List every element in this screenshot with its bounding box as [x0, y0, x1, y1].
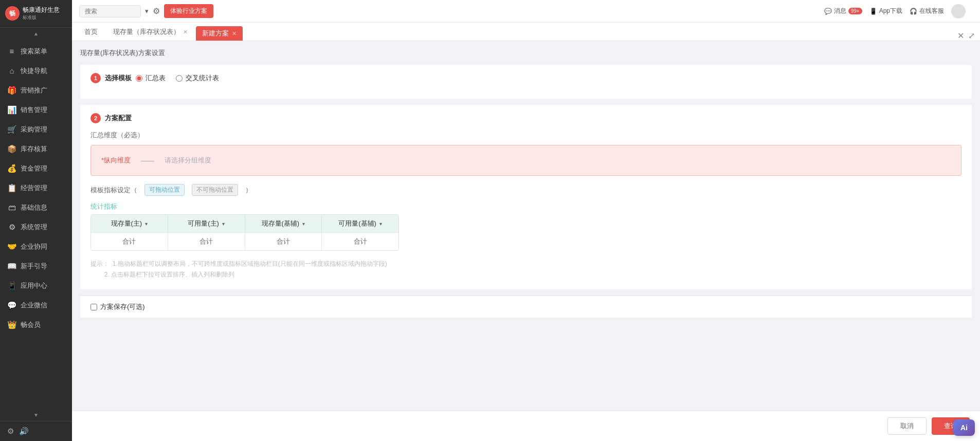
scroll-up-arrow[interactable]: ▲	[29, 30, 43, 38]
tab-new-plan-label: 新建方案	[202, 29, 229, 38]
tabs-right-actions: ✕ ⤢	[957, 31, 975, 41]
sidebar-item-wechat[interactable]: 💬 企业微信	[0, 296, 72, 315]
col-header-3[interactable]: 可用量(基辅) ▾	[322, 215, 398, 232]
messages-label: 消息	[834, 7, 846, 15]
settings-icon[interactable]: ⚙	[7, 427, 14, 436]
sidebar-item-inventory[interactable]: 📦 库存核算	[0, 139, 72, 159]
sidebar-item-appstore[interactable]: 📱 应用中心	[0, 276, 72, 296]
sidebar-item-collab[interactable]: 🤝 企业协同	[0, 237, 72, 256]
col-sub-1: 合计	[168, 233, 245, 250]
col-header-1[interactable]: 可用量(主) ▾	[168, 215, 245, 232]
step1-title: 选择模板	[105, 74, 132, 83]
content-area: 现存量(库存状况表)方案设置 1 选择模板 汇总表 交叉统计表	[72, 41, 980, 411]
tab-new-plan[interactable]: 新建方案 ✕	[196, 26, 243, 41]
tab-expand-btn[interactable]: ⤢	[968, 31, 975, 41]
cancel-button[interactable]: 取消	[887, 417, 927, 435]
message-icon: 💬	[824, 8, 832, 15]
sidebar-item-purchase[interactable]: 🛒 采购管理	[0, 120, 72, 139]
tab-close-btn[interactable]: ✕	[957, 31, 964, 41]
tab-new-plan-close-icon[interactable]: ✕	[232, 30, 237, 37]
avatar[interactable]	[951, 4, 966, 19]
dimension-area[interactable]: *纵向维度 —— 请选择分组维度	[90, 145, 961, 176]
page-title: 现存量(库存状况表)方案设置	[80, 48, 972, 58]
stats-title: 统计指标	[90, 202, 961, 211]
non-draggable-badge: 不可拖动位置	[192, 184, 238, 196]
stats-table: 现存量(主) ▾ 可用量(主) ▾ 现存量(基辅) ▾ 可用量(基辅)	[90, 214, 399, 251]
col-sub-2: 合计	[245, 233, 322, 250]
radio-summary[interactable]: 汇总表	[136, 74, 166, 83]
sidebar-item-label: 企业协同	[21, 242, 47, 251]
online-service-button[interactable]: 🎧 在线客服	[910, 7, 944, 15]
save-checkbox-input[interactable]	[90, 304, 97, 310]
col-sub-3: 合计	[322, 233, 398, 250]
template-options: 汇总表 交叉统计表	[136, 74, 219, 83]
radio-cross-input[interactable]	[176, 75, 183, 82]
sidebar-item-nav[interactable]: ⌂ 快捷导航	[0, 61, 72, 81]
step2-badge: 2	[90, 113, 101, 123]
sidebar-scroll-up[interactable]: ▲	[0, 28, 72, 40]
tab-home[interactable]: 首页	[77, 24, 105, 41]
wechat-icon: 💬	[7, 301, 16, 310]
sidebar-item-label: 畅会员	[21, 320, 41, 329]
collab-icon: 🤝	[7, 242, 16, 251]
indicator-settings-label: 模板指标设定（	[90, 186, 137, 195]
search-dropdown-button[interactable]: ▾	[145, 7, 149, 15]
messages-button[interactable]: 💬 消息 99+	[824, 7, 862, 15]
stats-section: 统计指标 现存量(主) ▾ 可用量(主) ▾ 现存量(基辅)	[90, 202, 961, 252]
app-download-button[interactable]: 📱 App下载	[869, 7, 902, 15]
sidebar-item-label: 系统管理	[21, 223, 47, 232]
sidebar-scroll-down[interactable]: ▼	[0, 409, 72, 421]
guide-icon: 📖	[7, 262, 16, 271]
col-label-0: 现存量(主)	[111, 219, 142, 228]
radio-summary-label: 汇总表	[146, 74, 166, 83]
scroll-down-arrow[interactable]: ▼	[29, 411, 43, 419]
purchase-icon: 🛒	[7, 125, 16, 134]
sidebar-item-label: 资金管理	[21, 164, 47, 173]
col-chevron-0[interactable]: ▾	[145, 221, 148, 227]
col-chevron-1[interactable]: ▾	[222, 221, 225, 227]
col-sub-0: 合计	[91, 233, 168, 250]
volume-icon[interactable]: 🔊	[19, 427, 29, 436]
save-checkbox-label[interactable]: 方案保存(可选)	[90, 302, 145, 311]
sidebar-item-basic[interactable]: 🗃 基础信息	[0, 198, 72, 217]
sidebar-item-label: 搜索菜单	[21, 47, 47, 56]
radio-cross[interactable]: 交叉统计表	[176, 74, 219, 83]
industry-button[interactable]: 体验行业方案	[164, 4, 213, 18]
sidebar-item-guide[interactable]: 📖 新手引导	[0, 256, 72, 276]
sidebar-item-search[interactable]: ≡ 搜索菜单	[0, 42, 72, 61]
col-header-2[interactable]: 现存量(基辅) ▾	[245, 215, 322, 232]
logo-badge: 标准版	[23, 14, 60, 21]
step1-badge: 1	[90, 73, 101, 83]
sidebar-item-member[interactable]: 👑 畅会员	[0, 315, 72, 335]
sidebar-item-label: 新手引导	[21, 262, 47, 271]
col-header-0[interactable]: 现存量(主) ▾	[91, 215, 168, 232]
config-section: 2 方案配置 汇总维度（必选） *纵向维度 —— 请选择分组维度 模板指标设定（…	[80, 105, 972, 289]
system-icon: ⚙	[7, 223, 16, 232]
col-chevron-3[interactable]: ▾	[379, 221, 382, 227]
draggable-badge: 可拖动位置	[144, 184, 185, 196]
sidebar-item-label: 应用中心	[21, 281, 47, 290]
search-input[interactable]	[79, 5, 141, 17]
logo-icon: 畅	[5, 6, 20, 21]
tab-inventory-close-icon[interactable]: ✕	[183, 29, 188, 35]
indicator-settings-suffix: ）	[245, 186, 252, 195]
sidebar-item-marketing[interactable]: 🎁 营销推广	[0, 81, 72, 100]
sidebar-item-label: 快捷导航	[21, 66, 47, 76]
sidebar-item-finance[interactable]: 💰 资金管理	[0, 159, 72, 178]
tabs-bar: 首页 现存量（库存状况表） ✕ 新建方案 ✕ ✕ ⤢	[72, 23, 980, 41]
dim-required-mark: *纵向维度	[101, 156, 131, 165]
sidebar-item-management[interactable]: 📋 经营管理	[0, 178, 72, 198]
inventory-icon: 📦	[7, 144, 16, 154]
topbar: ▾ ⚙ 体验行业方案 💬 消息 99+ 📱 App下载 🎧 在线客服	[72, 0, 980, 23]
dim-separator: ——	[141, 157, 154, 164]
gear-icon[interactable]: ⚙	[153, 6, 160, 16]
col-chevron-2[interactable]: ▾	[302, 221, 305, 227]
ai-float-button[interactable]: Ai	[953, 419, 975, 436]
save-checkbox-text: 方案保存(可选)	[100, 302, 145, 311]
stats-header-row: 现存量(主) ▾ 可用量(主) ▾ 现存量(基辅) ▾ 可用量(基辅)	[91, 215, 398, 232]
stats-body-row: 合计 合计 合计 合计	[91, 232, 398, 250]
radio-summary-input[interactable]	[136, 75, 142, 82]
sidebar-item-system[interactable]: ⚙ 系统管理	[0, 217, 72, 237]
sidebar-item-sales[interactable]: 📊 销售管理	[0, 100, 72, 120]
tab-inventory[interactable]: 现存量（库存状况表） ✕	[106, 24, 195, 41]
